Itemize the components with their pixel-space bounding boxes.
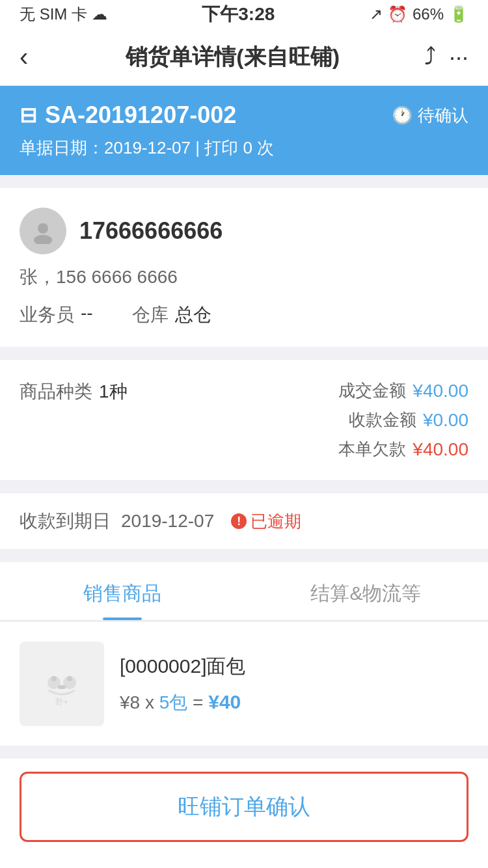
battery-status: 66% bbox=[413, 5, 444, 23]
product-list: 野+ [0000002]面包 ¥8 x 5包 = ¥40 bbox=[0, 622, 488, 746]
order-id-row: ⊟ SA-20191207-002 bbox=[20, 102, 236, 129]
order-header: ⊟ SA-20191207-002 🕐 待确认 单据日期：2019-12-07 … bbox=[0, 86, 488, 175]
svg-text:野+: 野+ bbox=[55, 698, 68, 707]
product-types-value: 1种 bbox=[99, 379, 128, 404]
customer-meta: 业务员 -- 仓库 总仓 bbox=[20, 303, 468, 327]
back-button[interactable]: ‹ bbox=[20, 42, 41, 72]
warehouse-label: 仓库 bbox=[132, 303, 169, 327]
status-bar: 无 SIM 卡 ☁ 下午3:28 ↗ ⏰ 66% 🔋 bbox=[0, 0, 488, 29]
product-price: ¥8 x 5包 = ¥40 bbox=[120, 690, 468, 715]
customer-phone: 17666666666 bbox=[79, 217, 223, 245]
received-amount-value: ¥0.00 bbox=[423, 410, 468, 431]
nav-bar: ‹ 销货单详情(来自旺铺) ⤴ ··· bbox=[0, 29, 488, 86]
confirm-order-button[interactable]: 旺铺订单确认 bbox=[20, 772, 468, 842]
battery-icon: 🔋 bbox=[449, 5, 468, 23]
bottom-bar: 旺铺订单确认 bbox=[0, 759, 488, 868]
salesperson-value: -- bbox=[81, 303, 93, 327]
quantity-value: 5包 bbox=[159, 692, 188, 712]
deal-amount-row: 成交金额 ¥40.00 bbox=[338, 379, 468, 402]
warehouse-field: 仓库 总仓 bbox=[132, 303, 211, 327]
clock-icon: 🕐 bbox=[392, 105, 413, 126]
owed-amount-row: 本单欠款 ¥40.00 bbox=[338, 438, 468, 461]
owed-amount-label: 本单欠款 bbox=[338, 438, 406, 461]
order-date: 单据日期：2019-12-07 | 打印 0 次 bbox=[20, 137, 468, 159]
overdue-icon: ! bbox=[231, 513, 247, 529]
product-types: 商品种类 1种 bbox=[20, 379, 128, 404]
product-types-label: 商品种类 bbox=[20, 379, 92, 404]
price-base: ¥8 x bbox=[120, 692, 154, 712]
status-time: 下午3:28 bbox=[202, 2, 275, 27]
product-image: 野+ bbox=[20, 642, 104, 726]
share-button[interactable]: ⤴ bbox=[424, 44, 436, 71]
deal-amount-label: 成交金额 bbox=[338, 379, 406, 402]
svg-point-0 bbox=[38, 223, 48, 234]
product-item: 野+ [0000002]面包 ¥8 x 5包 = ¥40 bbox=[0, 622, 488, 746]
overdue-badge: ! 已逾期 bbox=[231, 510, 301, 533]
overdue-text: 已逾期 bbox=[251, 510, 301, 533]
tab-products[interactable]: 销售商品 bbox=[0, 562, 244, 620]
order-icon: ⊟ bbox=[20, 103, 37, 128]
customer-name: 张，156 6666 6666 bbox=[20, 265, 468, 290]
financial-info: 成交金额 ¥40.00 收款金额 ¥0.00 本单欠款 ¥40.00 bbox=[338, 379, 468, 461]
deal-amount-value: ¥40.00 bbox=[413, 381, 468, 401]
equals-sign: = bbox=[193, 692, 208, 712]
due-date-value: 2019-12-07 bbox=[121, 511, 214, 532]
due-date-label: 收款到期日 bbox=[20, 509, 111, 534]
customer-card: 17666666666 张，156 6666 6666 业务员 -- 仓库 总仓 bbox=[0, 188, 488, 347]
alarm-icon: ⏰ bbox=[388, 5, 407, 23]
salesperson-field: 业务员 -- bbox=[20, 303, 93, 327]
order-id-text: SA-20191207-002 bbox=[45, 102, 236, 129]
warehouse-value: 总仓 bbox=[175, 303, 211, 327]
sim-status: 无 SIM 卡 ☁ bbox=[20, 4, 107, 25]
due-date-card: 收款到期日 2019-12-07 ! 已逾期 bbox=[0, 493, 488, 549]
owed-amount-value: ¥40.00 bbox=[413, 439, 468, 460]
svg-point-1 bbox=[34, 235, 52, 244]
more-button[interactable]: ··· bbox=[449, 44, 468, 71]
svg-point-4 bbox=[51, 676, 57, 681]
svg-point-5 bbox=[67, 676, 72, 681]
total-price: ¥40 bbox=[208, 691, 241, 712]
product-info: [0000002]面包 ¥8 x 5包 = ¥40 bbox=[120, 653, 468, 715]
location-icon: ↗ bbox=[370, 5, 383, 23]
received-amount-label: 收款金额 bbox=[349, 409, 416, 431]
status-right: ↗ ⏰ 66% 🔋 bbox=[370, 5, 468, 23]
order-status: 🕐 待确认 bbox=[392, 104, 468, 127]
received-amount-row: 收款金额 ¥0.00 bbox=[349, 409, 468, 431]
summary-card: 商品种类 1种 成交金额 ¥40.00 收款金额 ¥0.00 本单欠款 ¥40.… bbox=[0, 360, 488, 480]
tab-settlement[interactable]: 结算&物流等 bbox=[244, 562, 488, 620]
product-name: [0000002]面包 bbox=[120, 653, 468, 680]
nav-actions: ⤴ ··· bbox=[424, 44, 468, 71]
page-title: 销货单详情(来自旺铺) bbox=[41, 42, 424, 72]
status-left: 无 SIM 卡 ☁ bbox=[20, 4, 107, 25]
salesperson-label: 业务员 bbox=[20, 303, 74, 327]
tabs: 销售商品 结算&物流等 bbox=[0, 562, 488, 621]
customer-avatar bbox=[20, 208, 66, 254]
svg-rect-6 bbox=[58, 685, 66, 689]
order-status-text: 待确认 bbox=[418, 104, 468, 127]
